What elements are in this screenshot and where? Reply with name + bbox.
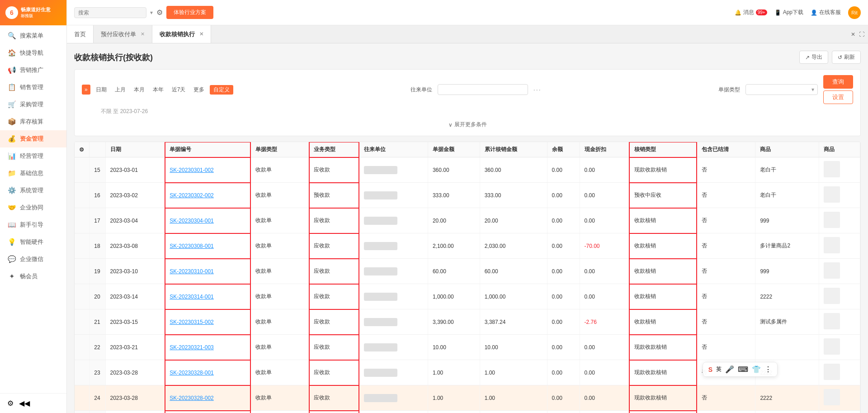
table-row: 24 2023-03-28 SK-20230328-002 收款单 应收款 ██…: [75, 385, 860, 411]
sidebar-item-wechat[interactable]: 💬企业微信: [0, 251, 66, 268]
purchase-icon: 🛒: [7, 100, 16, 109]
app-download-btn[interactable]: 📱 App下载: [774, 9, 803, 16]
collapse-icon[interactable]: ◀◀: [19, 399, 30, 408]
tab-collection[interactable]: 收款核销执行✕: [152, 25, 211, 43]
refresh-btn[interactable]: ↺ 刷新: [832, 51, 861, 64]
sidebar-item-basic[interactable]: 📁基础信息: [0, 165, 66, 182]
table-row: 15 2023-03-01 SK-20230301-002 收款单 应收款 ██…: [75, 157, 860, 183]
search-input[interactable]: [74, 7, 146, 18]
date-tag-本月[interactable]: 本月: [131, 85, 147, 95]
filter-expand-btn[interactable]: »: [82, 85, 90, 95]
cell-partner: ████: [359, 309, 428, 335]
expand-more-btn[interactable]: ∨ 展开更多条件: [82, 119, 853, 130]
sidebar-item-hardware[interactable]: 💡智能硬件: [0, 233, 66, 251]
doc-no-link[interactable]: SK-20230310-001: [170, 268, 213, 275]
query-btn[interactable]: 查询: [823, 75, 853, 89]
doc-no-link[interactable]: SK-20230315-002: [170, 319, 213, 325]
chevron-down-icon: ∨: [448, 122, 453, 128]
gear-icon[interactable]: ⚙: [156, 8, 163, 17]
table-row: 21 2023-03-15 SK-20230315-002 收款单 应收款 ██…: [75, 309, 860, 335]
settings-icon[interactable]: ⚙: [7, 399, 14, 408]
date-tag-本年[interactable]: 本年: [150, 85, 166, 95]
maximize-icon[interactable]: ⛶: [859, 31, 864, 38]
doc-no-link[interactable]: SK-20230328-002: [170, 395, 213, 401]
tab-prepay[interactable]: 预付应收付单✕: [94, 25, 152, 43]
topbar: ▾ ⚙ 体验行业方案 🔔 消息 99+ 📱 App下载 👤 在线客服 Rit: [67, 0, 868, 25]
date-tag-上月[interactable]: 上月: [112, 85, 128, 95]
tab-label-collection: 收款核销执行: [160, 30, 195, 38]
export-btn[interactable]: ↗ 导出: [799, 51, 828, 64]
partner-input[interactable]: [438, 84, 528, 95]
shirt-icon[interactable]: 👕: [752, 365, 761, 374]
settings-btn[interactable]: 设置: [823, 90, 853, 104]
cell-balance: 0.00: [547, 157, 580, 183]
doc-no-link[interactable]: SK-20230314-001: [170, 294, 213, 300]
export-icon: ↗: [805, 54, 810, 61]
cell-goods: 2222: [755, 385, 819, 411]
doc-no-link[interactable]: SK-20230328-001: [170, 370, 213, 376]
logo-icon: 6: [5, 6, 18, 19]
doc-no-link[interactable]: SK-20230308-001: [170, 243, 213, 249]
sidebar-item-marketing[interactable]: 📢营销推广: [0, 62, 66, 79]
tab-close-prepay[interactable]: ✕: [141, 31, 145, 37]
cell-goods-img: [819, 208, 860, 233]
sidebar-item-system[interactable]: ⚙️系统管理: [0, 182, 66, 199]
cell-balance: 0.00: [547, 385, 580, 411]
nav-label-collab: 企业协同: [20, 204, 43, 212]
date-tag-custom[interactable]: 自定义: [210, 85, 233, 95]
grid-icon[interactable]: ⋮: [764, 365, 772, 374]
doc-no-link[interactable]: SK-20230304-001: [170, 218, 213, 224]
doc-no-link[interactable]: SK-20230321-003: [170, 344, 213, 351]
table-row: 16 2023-03-02 SK-20230302-002 收款单 预收款 ██…: [75, 183, 860, 208]
cell-date: 2023-03-15: [105, 309, 165, 335]
sidebar-item-operation[interactable]: 📊经营管理: [0, 147, 66, 165]
cell-doc-type: 收款单: [250, 233, 309, 259]
keyboard-icon[interactable]: ⌨: [738, 365, 748, 374]
nav-label-quicknav: 快捷导航: [20, 49, 43, 57]
user-avatar[interactable]: Rit: [848, 6, 861, 19]
date-range-display: 不限 至 2023-07-26: [101, 108, 148, 115]
cell-doc-no: SK-20230301-002: [165, 157, 251, 183]
partner-label: 往来单位: [410, 86, 432, 94]
th-biz-type: 业务类型: [309, 142, 359, 157]
cell-balance: 0.00: [547, 259, 580, 284]
sidebar-item-inventory[interactable]: 📦库存核算: [0, 113, 66, 130]
online-service-btn[interactable]: 👤 在线客服: [811, 9, 841, 16]
cell-amount: 1,000.00: [428, 284, 480, 309]
sidebar-item-collab[interactable]: 🤝企业协同: [0, 199, 66, 216]
cell-gear: [75, 233, 89, 259]
bell-icon: 🔔: [735, 9, 741, 16]
mic-icon[interactable]: 🎤: [725, 365, 734, 374]
doc-type-select[interactable]: [745, 84, 818, 95]
solution-btn[interactable]: 体验行业方案: [166, 6, 213, 19]
tab-home[interactable]: 首页: [67, 25, 94, 43]
th-amount: 单据金额: [428, 142, 480, 157]
cell-discount: 0.00: [580, 208, 629, 233]
filter-row-1: » 日期 上月本月本年近7天更多自定义 往来单位 ··· 单据类型 ▾ 查询 设…: [82, 75, 853, 104]
date-tag-近7天[interactable]: 近7天: [169, 85, 189, 95]
sidebar-item-quicknav[interactable]: 🏠快捷导航: [0, 44, 66, 62]
system-icon: ⚙️: [7, 186, 16, 195]
th-gear[interactable]: ⚙: [75, 142, 89, 157]
logo-text-block: 畅康道好生意 标推版: [21, 6, 51, 19]
sidebar-item-guide[interactable]: 📖新手引导: [0, 216, 66, 233]
sidebar-item-member[interactable]: ✦畅会员: [0, 268, 66, 285]
close-tab-icon[interactable]: ✕: [851, 31, 855, 38]
nav-label-wechat: 企业微信: [20, 255, 43, 263]
cell-verify-amount: -2,430.00: [480, 411, 547, 413]
doc-type-label: 单据类型: [718, 86, 740, 94]
doc-no-link[interactable]: SK-20230302-002: [170, 192, 213, 199]
date-tag-更多[interactable]: 更多: [191, 85, 207, 95]
notification-btn[interactable]: 🔔 消息 99+: [735, 9, 767, 16]
cell-date: 2023-03-10: [105, 259, 165, 284]
sidebar-item-search[interactable]: 🔍搜索菜单: [0, 27, 66, 44]
doc-no-link[interactable]: SK-20230301-002: [170, 167, 213, 173]
sidebar-item-finance[interactable]: 💰资金管理: [0, 130, 66, 147]
sidebar-item-sales[interactable]: 📋销售管理: [0, 79, 66, 96]
sidebar-item-purchase[interactable]: 🛒采购管理: [0, 96, 66, 113]
goods-thumbnail: [824, 161, 840, 177]
tab-close-collection[interactable]: ✕: [199, 31, 203, 37]
cell-verify-amount: 10.00: [480, 335, 547, 360]
dropdown-arrow-icon[interactable]: ▾: [150, 9, 153, 16]
cell-gear: [75, 183, 89, 208]
